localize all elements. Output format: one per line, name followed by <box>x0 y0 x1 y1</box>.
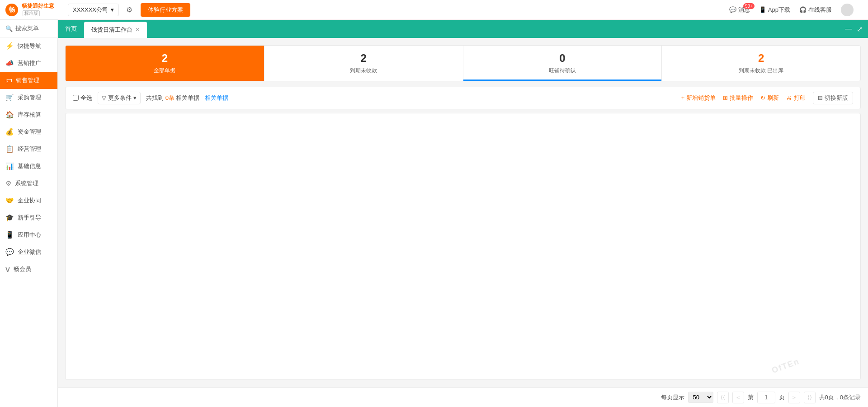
found-count: 0条 <box>165 94 175 101</box>
stat-all-orders[interactable]: 2 全部单据 <box>66 46 264 81</box>
table-area <box>65 113 861 380</box>
download-icon: 📱 <box>759 6 766 13</box>
checkbox-input[interactable] <box>73 95 79 101</box>
operations-icon: 📋 <box>5 145 14 153</box>
minimize-icon[interactable]: — <box>845 25 852 33</box>
sidebar-item-quick-nav[interactable]: ⚡ 快捷导航 <box>0 37 57 55</box>
sidebar-item-basic-info[interactable]: 📊 基础信息 <box>0 158 57 175</box>
wechat-icon: 💬 <box>5 248 14 256</box>
add-order-button[interactable]: + 新增销货单 <box>681 94 716 102</box>
app-center-icon: 📱 <box>5 231 14 239</box>
funds-icon: 💰 <box>5 128 14 136</box>
next-page-button[interactable]: ＞ <box>788 392 800 403</box>
trial-button[interactable]: 体验行业方案 <box>141 3 190 17</box>
chevron-down-icon: ▾ <box>111 6 114 13</box>
prev-page-button[interactable]: ＜ <box>732 392 744 403</box>
sidebar-item-sales[interactable]: 🏷 销售管理 <box>0 72 57 89</box>
logo-area: 畅 畅捷通好生意 标准版 <box>5 3 63 17</box>
stat-wangpu-underline <box>463 80 662 81</box>
batch-icon: ⊞ <box>723 94 728 101</box>
last-page-button[interactable]: ⟩⟩ <box>804 392 816 403</box>
first-page-button[interactable]: ⟨⟨ <box>717 392 729 403</box>
tab-bar: 首页 钱货日清工作台 ✕ — ⤢ <box>58 20 868 38</box>
chevron-down-icon: ▾ <box>133 94 137 101</box>
brand-name: 畅捷通好生意 <box>22 3 54 9</box>
inventory-icon: 🏠 <box>5 111 14 119</box>
stat-overdue-shipped-number: 2 <box>671 52 851 65</box>
message-icon: 💬 <box>729 6 736 13</box>
found-text: 共找到 0条 相关单据 <box>146 94 199 102</box>
stat-overdue-receivable[interactable]: 2 到期未收款 <box>264 46 463 81</box>
search-icon: 🔍 <box>5 25 13 32</box>
batch-operation-button[interactable]: ⊞ 批量操作 <box>723 94 753 102</box>
marketing-icon: 📣 <box>5 59 14 67</box>
enterprise-icon: 🤝 <box>5 196 14 205</box>
sidebar-item-system[interactable]: ⚙ 系统管理 <box>0 175 57 192</box>
select-all-checkbox[interactable]: 全选 <box>73 94 92 102</box>
stat-overdue-shipped-label: 到期未收款 已出库 <box>671 67 851 75</box>
messages-button[interactable]: 💬 消息 99+ <box>729 6 750 14</box>
sidebar-item-app-center[interactable]: 📱 应用中心 <box>0 226 57 243</box>
stat-overdue-shipped[interactable]: 2 到期未收款 已出库 <box>662 46 860 81</box>
filter-icon: ▽ <box>102 94 106 101</box>
sidebar-item-enterprise[interactable]: 🤝 企业协同 <box>0 192 57 209</box>
stat-all-orders-label: 全部单据 <box>75 67 255 75</box>
app-tag: 标准版 <box>23 10 40 16</box>
sidebar-item-marketing[interactable]: 📣 营销推广 <box>0 55 57 72</box>
toolbar: 全选 ▽ 更多条件 ▾ 共找到 0条 相关单据 相关单据 + 新增销货单 <box>65 87 861 109</box>
sidebar-item-inventory[interactable]: 🏠 库存核算 <box>0 106 57 123</box>
gear-icon: ⚙ <box>126 5 132 14</box>
page-summary: 共0页，0条记录 <box>819 393 861 402</box>
purchase-icon: 🛒 <box>5 94 14 102</box>
per-page-select[interactable]: 50 100 200 <box>688 392 713 403</box>
settings-button[interactable]: ⚙ <box>123 3 136 17</box>
avatar[interactable] <box>841 4 854 16</box>
header-right: 💬 消息 99+ 📱 App下载 🎧 在线客服 <box>729 4 863 16</box>
switch-icon: ⊟ <box>818 94 823 101</box>
per-page-label: 每页显示 <box>661 393 684 402</box>
tab-bar-actions: — ⤢ <box>845 25 868 33</box>
tab-cash-daily[interactable]: 钱货日清工作台 ✕ <box>84 22 147 38</box>
filter-button[interactable]: ▽ 更多条件 ▾ <box>98 92 141 104</box>
switch-version-button[interactable]: ⊟ 切换新版 <box>813 92 853 104</box>
basic-info-icon: 📊 <box>5 162 14 170</box>
page-input[interactable] <box>757 392 775 403</box>
service-icon: 🎧 <box>799 6 807 13</box>
main-content: 2 全部单据 2 到期未收款 0 旺铺待确认 2 到期未收款 已出库 <box>58 38 868 387</box>
refresh-button[interactable]: ↻ 刷新 <box>760 94 779 102</box>
messages-badge: 99+ <box>743 3 755 9</box>
quick-nav-icon: ⚡ <box>5 42 14 50</box>
online-service-button[interactable]: 🎧 在线客服 <box>799 6 832 14</box>
sidebar-item-purchase[interactable]: 🛒 采购管理 <box>0 89 57 106</box>
sidebar-item-wechat[interactable]: 💬 企业微信 <box>0 243 57 261</box>
refresh-icon: ↻ <box>760 94 765 101</box>
sidebar-item-vip[interactable]: V 畅会员 <box>0 261 57 278</box>
stat-all-orders-number: 2 <box>75 52 255 65</box>
sidebar-item-funds[interactable]: 💰 资金管理 <box>0 123 57 140</box>
main-layout: 🔍 搜索菜单 ⚡ 快捷导航 📣 营销推广 🏷 销售管理 🛒 采购管理 🏠 库存核… <box>0 20 868 407</box>
toolbar-right: + 新增销货单 ⊞ 批量操作 ↻ 刷新 🖨 打印 ⊟ <box>681 92 853 104</box>
sidebar: 🔍 搜索菜单 ⚡ 快捷导航 📣 营销推广 🏷 销售管理 🛒 采购管理 🏠 库存核… <box>0 20 58 407</box>
stat-all-underline <box>66 80 264 81</box>
related-orders-link[interactable]: 相关单据 <box>205 94 228 102</box>
maximize-icon[interactable]: ⤢ <box>857 25 863 33</box>
tab-close-icon[interactable]: ✕ <box>135 27 140 33</box>
print-icon: 🖨 <box>786 94 792 101</box>
sidebar-item-newbie[interactable]: 🎓 新手引导 <box>0 209 57 226</box>
top-header: 畅 畅捷通好生意 标准版 XXXXXX公司 ▾ ⚙ 体验行业方案 💬 消息 99… <box>0 0 868 20</box>
sidebar-search-item[interactable]: 🔍 搜索菜单 <box>0 20 57 37</box>
print-button[interactable]: 🖨 打印 <box>786 94 806 102</box>
company-selector[interactable]: XXXXXX公司 ▾ <box>68 4 119 16</box>
vip-icon: V <box>5 266 10 273</box>
system-icon: ⚙ <box>5 179 11 187</box>
stat-wangpu-number: 0 <box>472 52 653 65</box>
stat-wangpu-pending[interactable]: 0 旺铺待确认 <box>463 46 662 81</box>
sales-icon: 🏷 <box>5 77 12 84</box>
sidebar-item-operations[interactable]: 📋 经营管理 <box>0 140 57 158</box>
content-area: 首页 钱货日清工作台 ✕ — ⤢ 2 全部单据 2 <box>58 20 868 407</box>
company-name: XXXXXX公司 <box>73 6 108 14</box>
app-download-button[interactable]: 📱 App下载 <box>759 6 790 14</box>
tab-home[interactable]: 首页 <box>58 20 84 38</box>
pagination: 每页显示 50 100 200 ⟨⟨ ＜ 第 页 ＞ ⟩⟩ 共0页，0条记录 <box>58 387 868 407</box>
stats-row: 2 全部单据 2 到期未收款 0 旺铺待确认 2 到期未收款 已出库 <box>65 45 861 81</box>
